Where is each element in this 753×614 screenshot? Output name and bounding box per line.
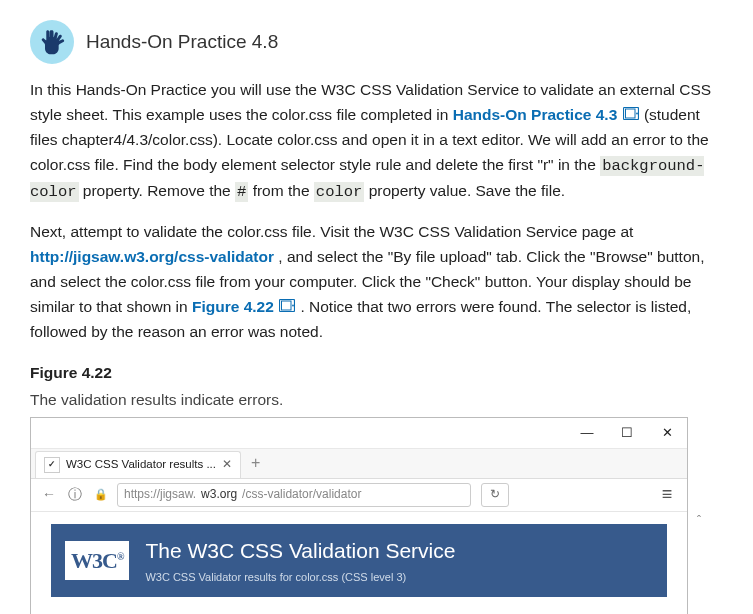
figure-caption: The validation results indicate errors. [30, 388, 723, 413]
validator-url-link[interactable]: http://jigsaw.w3.org/css-validator [30, 248, 274, 265]
scroll-up-icon[interactable]: ˆ [697, 512, 701, 531]
maximize-button[interactable]: ☐ [607, 418, 647, 448]
back-button[interactable]: ← [39, 485, 59, 505]
tablet-icon[interactable] [279, 295, 295, 320]
info-icon[interactable]: ⓘ [65, 485, 85, 505]
browser-window: — ☐ ✕ ✓ W3C CSS Validator results ... ✕ … [30, 417, 688, 614]
tablet-icon[interactable] [623, 103, 639, 128]
url-prefix: https://jigsaw. [124, 485, 196, 504]
lock-icon: 🔒 [91, 485, 111, 505]
code-color: color [314, 182, 365, 202]
tab-label: W3C CSS Validator results ... [66, 455, 216, 473]
url-domain: w3.org [201, 485, 237, 504]
figure-label: Figure 4.22 [30, 361, 723, 386]
new-tab-button[interactable]: + [243, 450, 268, 478]
hand-icon [30, 20, 74, 64]
text: Next, attempt to validate the color.css … [30, 223, 633, 240]
browser-tab[interactable]: ✓ W3C CSS Validator results ... ✕ [35, 451, 241, 478]
text: property value. Save the file. [369, 182, 565, 199]
w3c-banner: W3C® The W3C CSS Validation Service W3C … [51, 524, 667, 597]
section-title: Hands-On Practice 4.8 [86, 27, 278, 57]
svg-point-2 [636, 113, 638, 115]
page-content: ˆ W3C® The W3C CSS Validation Service W3… [31, 512, 687, 614]
code-hash: # [235, 182, 248, 202]
tab-bar: ✓ W3C CSS Validator results ... ✕ + [31, 449, 687, 479]
section-header: Hands-On Practice 4.8 [30, 20, 723, 64]
favicon-icon: ✓ [44, 457, 60, 473]
svg-rect-1 [625, 109, 635, 118]
text: from the [253, 182, 314, 199]
window-titlebar: — ☐ ✕ [31, 418, 687, 449]
figure-4-22-link[interactable]: Figure 4.22 [192, 298, 274, 315]
tab-close-icon[interactable]: ✕ [222, 455, 232, 474]
svg-point-5 [292, 305, 294, 307]
banner-subtitle: W3C CSS Validator results for color.css … [145, 569, 455, 587]
url-path: /css-validator/validator [242, 485, 361, 504]
text: property. Remove the [83, 182, 235, 199]
reload-button[interactable]: ↻ [481, 483, 509, 507]
jump-to-bar: Jump to: Errors (2) [51, 597, 667, 614]
paragraph-2: Next, attempt to validate the color.css … [30, 220, 723, 344]
banner-title: The W3C CSS Validation Service [145, 534, 455, 568]
close-button[interactable]: ✕ [647, 418, 687, 448]
url-bar[interactable]: https://jigsaw.w3.org/css-validator/vali… [117, 483, 471, 507]
svg-rect-4 [282, 301, 292, 310]
w3c-logo: W3C® [65, 541, 129, 580]
minimize-button[interactable]: — [567, 418, 607, 448]
menu-icon[interactable]: ≡ [655, 480, 679, 509]
paragraph-1: In this Hands-On Practice you will use t… [30, 78, 723, 204]
practice-4-3-link[interactable]: Hands-On Practice 4.3 [453, 106, 618, 123]
nav-bar: ← ⓘ 🔒 https://jigsaw.w3.org/css-validato… [31, 479, 687, 512]
